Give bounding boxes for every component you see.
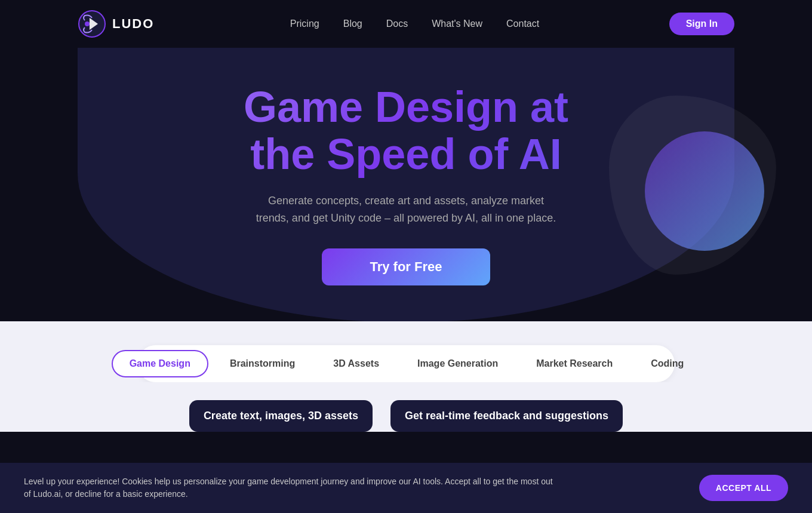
signin-button[interactable]: Sign In	[669, 13, 734, 35]
hero-cta-button[interactable]: Try for Free	[322, 248, 490, 285]
tab-game-design[interactable]: Game Design	[112, 350, 208, 377]
tabs-bar: Game Design Brainstorming 3D Assets Imag…	[137, 345, 675, 382]
tabs-section: Game Design Brainstorming 3D Assets Imag…	[0, 321, 812, 382]
tab-coding[interactable]: Coding	[634, 351, 700, 376]
tab-brainstorming[interactable]: Brainstorming	[213, 351, 312, 376]
tab-market-research[interactable]: Market Research	[519, 351, 629, 376]
hero-title: Game Design at the Speed of AI	[12, 84, 800, 178]
tab-image-generation[interactable]: Image Generation	[401, 351, 515, 376]
nav-link-whats-new[interactable]: What's New	[432, 19, 482, 29]
hero-subtitle: Generate concepts, create art and assets…	[251, 192, 561, 227]
logo-wordmark: LUDO	[112, 16, 154, 32]
nav-link-blog[interactable]: Blog	[343, 19, 362, 29]
logo-icon	[78, 10, 106, 38]
hero-title-line1: Game Design at	[244, 83, 568, 131]
navbar: LUDO Pricing Blog Docs What's New Contac…	[0, 0, 812, 48]
logo[interactable]: LUDO	[78, 10, 154, 38]
card-feedback: Get real-time feedback and suggestions	[390, 400, 623, 432]
nav-link-docs[interactable]: Docs	[386, 19, 408, 29]
hero-content: Game Design at the Speed of AI Generate …	[0, 48, 812, 321]
nav-link-pricing[interactable]: Pricing	[290, 19, 319, 29]
cards-row: Create text, images, 3D assets Get real-…	[0, 382, 812, 432]
svg-point-2	[85, 21, 90, 26]
nav-links: Pricing Blog Docs What's New Contact	[172, 19, 657, 29]
hero-title-line2: the Speed of AI	[250, 130, 561, 178]
nav-link-contact[interactable]: Contact	[506, 19, 539, 29]
hero-section: Game Design at the Speed of AI Generate …	[0, 48, 812, 321]
card-create-assets: Create text, images, 3D assets	[189, 400, 373, 432]
tab-3d-assets[interactable]: 3D Assets	[316, 351, 396, 376]
